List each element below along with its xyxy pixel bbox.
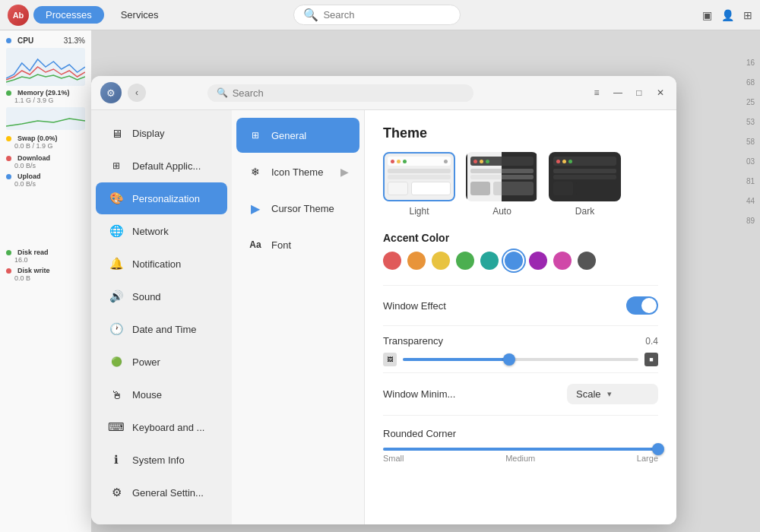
download-label: Download (17, 154, 50, 162)
transparency-slider-container: 🖼 ■ (383, 347, 658, 372)
theme-auto[interactable]: Auto (466, 152, 538, 217)
swap-detail: 0.0 B / 1.9 G (6, 142, 85, 150)
sidebar-item-system-info[interactable]: ℹ System Info (96, 444, 227, 476)
sidebar-item-general-settings[interactable]: ⚙ General Settin... (96, 477, 227, 508)
disk-write-label: Disk write (17, 267, 50, 274)
sidebar-item-mouse[interactable]: 🖱 Mouse (96, 378, 227, 410)
subnav-icon-theme[interactable]: ❄ Icon Theme ▶ (236, 154, 359, 189)
back-button[interactable]: ‹ (128, 84, 146, 102)
taskbar-right-controls: ▣ 👤 ⊞ (702, 9, 752, 21)
taskbar-search-input[interactable] (323, 9, 451, 21)
corner-slider-fill (383, 448, 658, 451)
window-search-input[interactable] (233, 87, 464, 99)
theme-auto-preview (466, 152, 538, 201)
sidebar-item-label: Network (132, 226, 169, 237)
hamburger-button[interactable]: ≡ (590, 86, 603, 100)
transparency-section: Transparency 0.4 🖼 ■ (383, 325, 658, 372)
taskbar-search-bar[interactable]: 🔍 (293, 5, 461, 25)
swap-label: Swap (0.0%) (17, 135, 58, 142)
sidebar-item-label: Date and Time (132, 324, 197, 335)
personalization-subnav: ⊞ General ❄ Icon Theme ▶ ▶ Cursor Theme … (232, 110, 365, 524)
theme-bar (388, 157, 451, 166)
accent-pink[interactable] (553, 252, 572, 270)
window-minimize-select[interactable]: Scale ▾ (567, 384, 658, 404)
sidebar-item-default-apps[interactable]: ⊞ Default Applic... (96, 150, 227, 182)
disk-read-value: 16.0 (6, 256, 85, 264)
sidebar-item-label: Default Applic... (132, 160, 201, 172)
theme-light[interactable]: Light (383, 152, 455, 217)
window-minimize-row: Window Minim... Scale ▾ (383, 372, 658, 415)
cpu-label: CPU (17, 36, 33, 45)
accent-red[interactable] (383, 252, 401, 270)
sidebar-item-datetime[interactable]: 🕐 Date and Time (96, 313, 227, 345)
subnav-font[interactable]: Aa Font (236, 227, 359, 262)
window-search-bar[interactable]: 🔍 (207, 84, 473, 102)
theme-auto-label: Auto (492, 206, 511, 217)
sidebar-item-sound[interactable]: 🔊 Sound (96, 280, 227, 312)
sidebar-item-personalization[interactable]: 🎨 Personalization (96, 182, 227, 214)
subnav-label: Cursor Theme (271, 203, 334, 214)
transparency-track[interactable] (403, 358, 638, 361)
accent-orange[interactable] (407, 252, 426, 270)
corner-small-label: Small (383, 454, 404, 463)
notification-icon: 🔔 (108, 255, 125, 272)
close-button[interactable]: ✕ (654, 86, 667, 100)
accent-color-options (383, 252, 658, 270)
corner-slider-thumb[interactable] (652, 443, 664, 455)
accent-teal[interactable] (480, 252, 499, 270)
sidebar-item-network[interactable]: 🌐 Network (96, 215, 227, 247)
subnav-cursor-theme[interactable]: ▶ Cursor Theme (236, 191, 359, 226)
transparency-fill (403, 358, 509, 361)
subnav-general[interactable]: ⊞ General (236, 118, 359, 153)
cpu-chart (6, 48, 85, 86)
memory-label: Memory (29.1%) (17, 89, 70, 97)
sidebar-item-power[interactable]: 🟢 Power (96, 346, 227, 378)
subnav-label: General (271, 130, 306, 141)
rounded-corner-track[interactable] (383, 448, 658, 451)
accent-yellow[interactable] (432, 252, 450, 270)
grid-icon[interactable]: ⊞ (743, 9, 752, 21)
background: CPU 31.3% Memory (29.1%) 1.1 G / 3.9 G (0, 30, 760, 532)
settings-window: ⚙ ‹ 🔍 ≡ — □ ✕ 🖥 Display (91, 76, 676, 524)
tab-processes[interactable]: Processes (33, 6, 104, 24)
search-icon: 🔍 (303, 8, 318, 22)
minimize-button[interactable]: — (611, 86, 625, 100)
upload-value: 0.0 B/s (6, 180, 85, 188)
sidebar-item-label: Display (132, 128, 165, 139)
accent-blue[interactable] (505, 252, 523, 270)
sidebar-item-display[interactable]: 🖥 Display (96, 117, 227, 149)
settings-app-icon: ⚙ (100, 82, 122, 103)
rounded-corner-label: Rounded Corner (383, 428, 456, 439)
accent-purple[interactable] (529, 252, 547, 270)
sidebar-item-label: Personalization (132, 193, 200, 204)
maximize-button[interactable]: □ (632, 86, 646, 100)
monitor-icon[interactable]: ▣ (702, 9, 712, 21)
sidebar-item-label: Notification (132, 258, 181, 270)
theme-dark-preview (549, 152, 621, 201)
window-effect-row: Window Effect (383, 285, 658, 325)
theme-light-preview (383, 152, 455, 201)
sidebar-item-keyboard[interactable]: ⌨ Keyboard and ... (96, 411, 227, 443)
cursor-theme-icon: ▶ (247, 200, 264, 217)
theme-light-label: Light (409, 206, 429, 217)
sidebar-item-notification[interactable]: 🔔 Notification (96, 248, 227, 280)
theme-options: Light (383, 152, 658, 217)
memory-chart (6, 107, 85, 130)
window-effect-toggle[interactable] (626, 296, 658, 315)
general-settings-icon: ⚙ (108, 484, 125, 501)
tab-services[interactable]: Services (109, 6, 171, 24)
theme-dark[interactable]: Dark (549, 152, 621, 217)
corner-medium-label: Medium (505, 454, 535, 463)
accent-dark[interactable] (578, 252, 596, 270)
bg-stats: 1668255358 03814489 (745, 30, 760, 254)
taskbar: Ab Processes Services 🔍 ▣ 👤 ⊞ (0, 0, 760, 30)
system-monitor-panel: CPU 31.3% Memory (29.1%) 1.1 G / 3.9 G (0, 30, 91, 532)
user-icon[interactable]: 👤 (721, 9, 734, 21)
window-minimize-value: Scale (576, 388, 601, 400)
corner-labels: Small Medium Large (383, 454, 658, 463)
accent-green[interactable] (456, 252, 474, 270)
disk-read-label: Disk read (17, 249, 49, 256)
mouse-icon: 🖱 (108, 386, 125, 403)
rounded-corner-section: Rounded Corner Small Medium Large (383, 415, 658, 469)
transparency-thumb[interactable] (503, 353, 515, 366)
